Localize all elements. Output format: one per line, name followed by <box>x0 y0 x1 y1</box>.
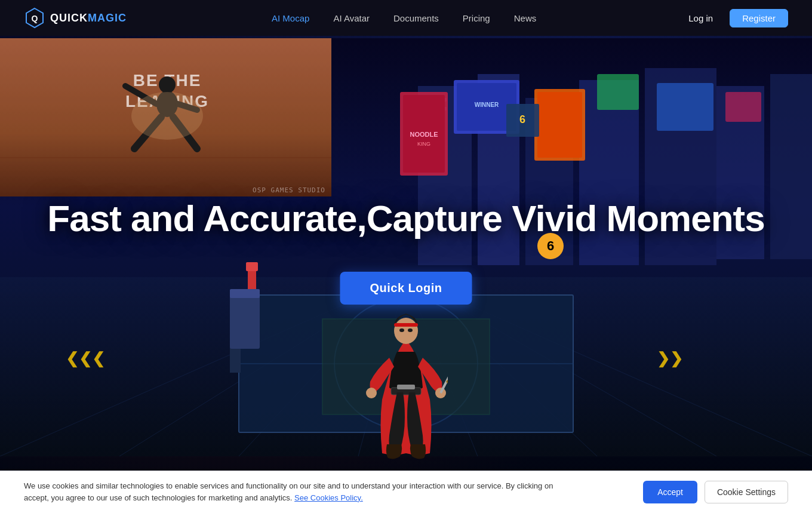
nav-link-ai-avatar[interactable]: AI Avatar <box>333 13 370 23</box>
svg-point-61 <box>159 76 176 93</box>
login-button[interactable]: Log in <box>681 10 720 27</box>
quick-login-button[interactable]: Quick Login <box>340 272 472 305</box>
hero-section: NOODLE KING WINNER 6 <box>0 0 812 513</box>
video-inset: BE THE LEADING OSP GAMES STUDIO <box>0 38 331 196</box>
nav-link-news[interactable]: News <box>514 13 537 23</box>
navbar: Q QUICKMAGIC AI Mocap AI Avatar Document… <box>0 0 812 36</box>
svg-point-73 <box>408 328 413 332</box>
logo-text: QUICKMAGIC <box>50 12 127 24</box>
cookie-banner: We use cookies and similar technologies … <box>0 471 812 513</box>
logo[interactable]: Q QUICKMAGIC <box>24 7 127 29</box>
number-badge: 6 <box>537 233 564 259</box>
hero-headline: Fast and Accurate,Capture Vivid Moments <box>41 197 771 239</box>
nav-link-documents[interactable]: Documents <box>393 13 439 23</box>
cookie-policy-link[interactable]: See Cookies Policy. <box>294 493 363 502</box>
svg-text:OSP GAMES STUDIO: OSP GAMES STUDIO <box>253 186 325 194</box>
nav-link-ai-mocap[interactable]: AI Mocap <box>272 13 309 23</box>
nav-link-pricing[interactable]: Pricing <box>463 13 490 23</box>
accept-button[interactable]: Accept <box>643 481 697 503</box>
svg-point-70 <box>394 318 418 344</box>
hero-title: Fast and Accurate,Capture Vivid Moments <box>41 197 771 239</box>
cookie-settings-button[interactable]: Cookie Settings <box>705 481 788 503</box>
svg-text:Q: Q <box>32 14 38 23</box>
svg-point-66 <box>131 92 203 140</box>
svg-point-72 <box>399 328 404 332</box>
svg-rect-69 <box>397 385 415 389</box>
cookie-text: We use cookies and similar technologies … <box>24 480 561 503</box>
character-figure <box>358 292 454 459</box>
svg-rect-71 <box>394 323 418 327</box>
register-button[interactable]: Register <box>730 9 788 27</box>
nav-actions: Log in Register <box>681 9 788 27</box>
nav-links: AI Mocap AI Avatar Documents Pricing New… <box>272 13 536 23</box>
svg-point-74 <box>366 388 377 398</box>
cookie-actions: Accept Cookie Settings <box>643 481 788 503</box>
logo-icon: Q <box>24 7 45 29</box>
